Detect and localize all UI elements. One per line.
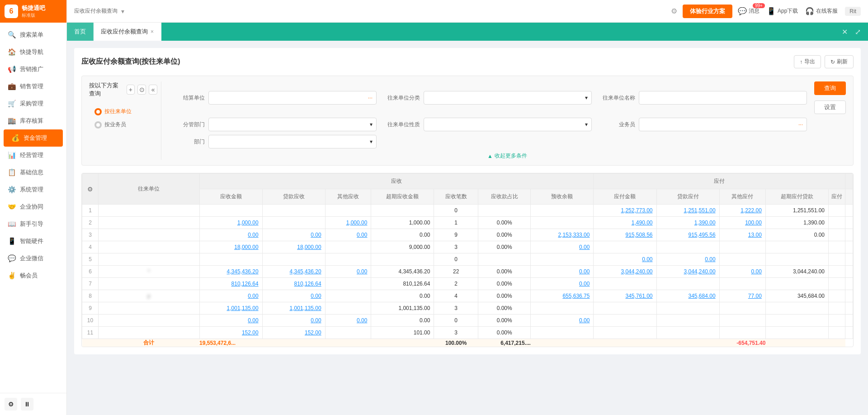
- ar-prepay[interactable]: 2,153,333.00: [531, 229, 594, 241]
- sidebar-item-collab[interactable]: 🤝 企业协同: [0, 198, 66, 215]
- ar-loan[interactable]: 4,345,436.20: [262, 266, 325, 278]
- footer-ar-total[interactable]: 19,553,472,6...: [199, 339, 262, 347]
- lailai-name-input[interactable]: [639, 91, 807, 105]
- ar-amount[interactable]: 1,000.00: [199, 217, 262, 229]
- guide-icon: 📖: [7, 220, 16, 228]
- ar-other[interactable]: 0.00: [325, 229, 371, 241]
- dept-select[interactable]: ▾: [208, 135, 377, 148]
- settings-bottom-btn[interactable]: ⚙: [5, 398, 17, 410]
- row-num: 9: [82, 302, 99, 315]
- tab-close-all-icon[interactable]: ✕: [842, 28, 848, 36]
- online-service-btn[interactable]: 🎧 在线客服: [805, 7, 838, 15]
- sidebar-item-quick[interactable]: 🏠 快捷导航: [0, 43, 66, 61]
- sidebar-item-basic[interactable]: 📋 基础信息: [0, 164, 66, 181]
- ar-loan[interactable]: 1,001,135.00: [262, 302, 325, 315]
- ar-amount[interactable]: 4,345,436.20: [199, 266, 262, 278]
- export-button[interactable]: ↑ 导出: [794, 55, 821, 68]
- ap-amount[interactable]: 345,761.00: [594, 290, 656, 302]
- page-container: 应收应付余额查询(按往来单位) ↑ 导出 ↻ 刷新 按以下方案查询: [74, 48, 861, 354]
- ap-amount[interactable]: 915,508.56: [594, 229, 656, 241]
- ap-other[interactable]: 1,222.00: [719, 205, 765, 217]
- ar-prepay[interactable]: 655,636.75: [531, 290, 594, 302]
- lailai-nature-select[interactable]: ▾: [424, 118, 592, 131]
- ap-amount[interactable]: 3,044,240.00: [594, 266, 656, 278]
- filter-collapse-left-btn[interactable]: «: [149, 85, 157, 95]
- ap-loan[interactable]: 3,044,240.00: [656, 266, 719, 278]
- tab-home[interactable]: 首页: [67, 23, 94, 41]
- jiesuan-input[interactable]: ···: [208, 91, 377, 105]
- ap-loan[interactable]: 0.00: [656, 253, 719, 266]
- ar-loan[interactable]: 152.00: [262, 327, 325, 339]
- set-button[interactable]: 设置: [814, 100, 846, 114]
- collapse-button[interactable]: ▲ 收起更多条件: [487, 152, 527, 160]
- ar-loan[interactable]: 0.00: [262, 315, 325, 327]
- business-input[interactable]: ···: [639, 118, 807, 131]
- app-download-btn[interactable]: 📱 App下载: [767, 7, 798, 15]
- ar-ratio: 0.00%: [478, 229, 531, 241]
- sidebar-item-purchase[interactable]: 🛒 采购管理: [0, 95, 66, 112]
- view-by-staff[interactable]: 按业务员: [89, 118, 157, 131]
- message-btn[interactable]: 💬 消息 99+: [738, 7, 760, 15]
- topbar-gear-icon[interactable]: ⚙: [671, 7, 677, 15]
- ap-overdue: 1,390.00: [765, 217, 828, 229]
- purchase-icon: 🛒: [7, 100, 16, 108]
- sidebar-item-sales[interactable]: 💼 销售管理: [0, 78, 66, 95]
- view-by-unit[interactable]: 按往来单位: [89, 105, 157, 118]
- ap-other[interactable]: 77.00: [719, 290, 765, 302]
- fenguan-select[interactable]: ▾: [208, 118, 377, 131]
- ar-prepay[interactable]: 0.00: [531, 266, 594, 278]
- ar-loan[interactable]: 18,000.00: [262, 241, 325, 253]
- ar-amount[interactable]: 0.00: [199, 315, 262, 327]
- ap-loan[interactable]: 345,684.00: [656, 290, 719, 302]
- ar-prepay[interactable]: 0.00: [531, 241, 594, 253]
- ap-loan[interactable]: 1,251,551.00: [656, 205, 719, 217]
- table-settings-icon[interactable]: ⚙: [87, 186, 93, 193]
- ar-amount[interactable]: 152.00: [199, 327, 262, 339]
- ar-loan[interactable]: 0.00: [262, 290, 325, 302]
- ar-amount[interactable]: 0.00: [199, 229, 262, 241]
- ap-other[interactable]: 0.00: [719, 266, 765, 278]
- refresh-button[interactable]: ↻ 刷新: [825, 55, 854, 68]
- cta-button[interactable]: 体验行业方案: [683, 5, 732, 18]
- ar-amount[interactable]: 810,126.64: [199, 278, 262, 290]
- sidebar-item-finance[interactable]: 💰 资金管理: [4, 129, 63, 147]
- ar-prepay[interactable]: 0.00: [531, 315, 594, 327]
- sidebar-item-marketing[interactable]: 📢 营销推广: [0, 61, 66, 78]
- tab-arquery[interactable]: 应收应付余额查询 ×: [94, 23, 161, 41]
- ar-amount[interactable]: 1,001,135.00: [199, 302, 262, 315]
- ar-loan[interactable]: 0.00: [262, 229, 325, 241]
- sidebar-item-search[interactable]: 🔍 搜索菜单: [0, 26, 66, 43]
- sidebar-item-operations[interactable]: 📊 经营管理: [0, 147, 66, 164]
- tab-maximize-icon[interactable]: ⤢: [855, 28, 861, 36]
- breadcrumb-dropdown-btn[interactable]: ▾: [119, 6, 126, 17]
- sidebar-item-wechat[interactable]: 💬 企业微信: [0, 250, 66, 267]
- filter-area: 按以下方案查询 + ⊙ « 按往来单位: [81, 76, 854, 166]
- sidebar-item-guide[interactable]: 📖 新手引导: [0, 215, 66, 233]
- ar-amount[interactable]: 18,000.00: [199, 241, 262, 253]
- sidebar-item-member[interactable]: ✌ 畅会员: [0, 267, 66, 284]
- lailai-class-select[interactable]: ▾: [424, 91, 592, 105]
- ap-amount[interactable]: 1,490.00: [594, 217, 656, 229]
- ap-loan[interactable]: 1,390.00: [656, 217, 719, 229]
- filter-add-btn[interactable]: +: [127, 85, 135, 95]
- row-unit: [99, 205, 200, 217]
- sidebar-item-system[interactable]: ⚙️ 系统管理: [0, 181, 66, 198]
- ap-other[interactable]: 13.00: [719, 229, 765, 241]
- ap-amount[interactable]: 1,252,773.00: [594, 205, 656, 217]
- filter-settings-btn[interactable]: ⊙: [137, 85, 146, 95]
- ar-prepay[interactable]: 0.00: [531, 278, 594, 290]
- ar-other[interactable]: 0.00: [325, 315, 371, 327]
- query-button[interactable]: 查询: [814, 81, 846, 95]
- ar-amount[interactable]: 0.00: [199, 290, 262, 302]
- ap-loan[interactable]: 915,495.56: [656, 229, 719, 241]
- user-avatar[interactable]: Rit: [845, 7, 861, 16]
- ar-other[interactable]: 1,000.00: [325, 217, 371, 229]
- sidebar-item-inventory[interactable]: 🏬 库存核算: [0, 112, 66, 129]
- collapse-sidebar-btn[interactable]: ⏸: [21, 398, 33, 410]
- ap-amount[interactable]: 0.00: [594, 253, 656, 266]
- ap-other[interactable]: 100.00: [719, 217, 765, 229]
- tab-close-icon[interactable]: ×: [151, 29, 154, 35]
- ar-loan[interactable]: 810,126.64: [262, 278, 325, 290]
- sidebar-item-hardware[interactable]: 📱 智能硬件: [0, 233, 66, 250]
- ar-other[interactable]: 0.00: [325, 266, 371, 278]
